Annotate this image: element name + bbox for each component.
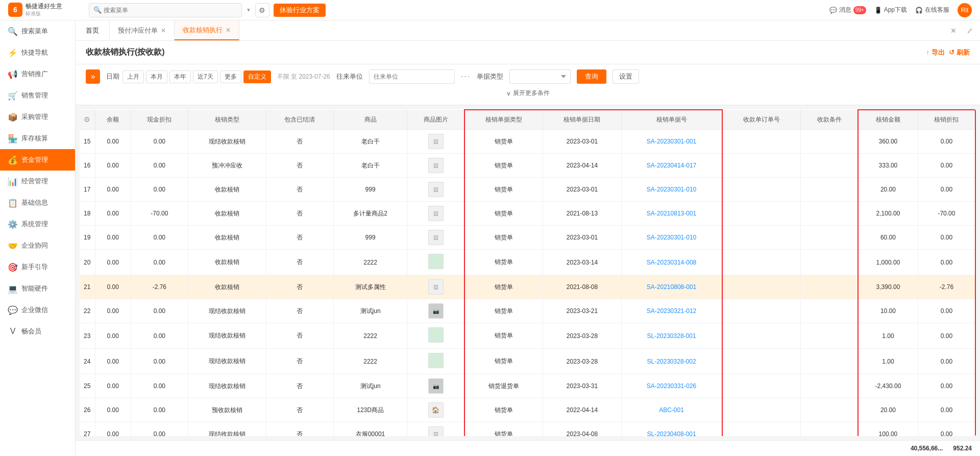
cell-receipt-order-no [722, 323, 801, 349]
online-service-button[interactable]: 🎧 在线客服 [915, 6, 949, 14]
cell-balance: 0.00 [95, 226, 131, 250]
cell-verify-doc-no: SA-20230321-012 [621, 299, 722, 323]
cell-no: 26 [80, 398, 95, 422]
expand-more-label: 展开更多条件 [513, 89, 550, 98]
cell-receipt-condition [800, 398, 858, 422]
cell-product-img: 🖼 [407, 178, 465, 202]
filter-expand-button[interactable]: » [86, 69, 100, 84]
date-btn-custom[interactable]: 自定义 [243, 70, 271, 83]
sidebar-item-system[interactable]: ⚙️ 系统管理 [0, 213, 75, 235]
sidebar-item-label: 快捷导航 [21, 48, 48, 57]
sidebar-item-guide[interactable]: 🎯 新手引导 [0, 256, 75, 278]
app-download-button[interactable]: 📱 App下载 [874, 6, 907, 14]
tab-prepay-close[interactable]: ✕ [161, 27, 166, 34]
tab-bar: 首页 预付冲应付单 ✕ 收款核销执行 ✕ ✕ ⤢ [76, 20, 980, 41]
inventory-icon: 🏪 [8, 134, 17, 143]
doc-type-select[interactable] [509, 69, 571, 84]
th-include-settled: 包含已结清 [266, 110, 333, 130]
cell-product: 2222 [334, 349, 407, 374]
dropdown-arrow-icon[interactable]: ▼ [246, 7, 251, 13]
cell-product-img: 🖼 [407, 422, 465, 437]
cell-verify-doc-no: SA-20230301-001 [621, 130, 722, 154]
cell-balance: 0.00 [95, 374, 131, 398]
cell-verify-type: 预收款核销 [188, 398, 266, 422]
date-buttons: 上月 本月 本年 近7天 更多 自定义 [122, 70, 271, 83]
notice-button[interactable]: 💬 消息 99+ [829, 6, 866, 14]
sidebar-item-vip[interactable]: V 畅会员 [0, 321, 75, 342]
cell-receipt-condition [800, 374, 858, 398]
cell-verify-doc-no: SA-20230301-010 [621, 226, 722, 250]
cell-verify-doc-date: 2023-03-21 [543, 299, 621, 323]
gear-col-icon[interactable]: ⚙ [84, 115, 90, 124]
chevron-down-icon: ∨ [506, 90, 511, 97]
date-btn-more[interactable]: 更多 [220, 70, 241, 83]
cell-product: 多计量商品2 [334, 202, 407, 226]
cell-verify-type: 现结收款核销 [188, 349, 266, 374]
tab-maximize-button[interactable]: ⤢ [964, 25, 976, 37]
cell-verify-doc-type: 销货单 [464, 398, 543, 422]
cell-product-img: 🖼 [407, 275, 465, 299]
tab-prepay[interactable]: 预付冲应付单 ✕ [110, 20, 175, 40]
date-btn-last-7days[interactable]: 近7天 [193, 70, 218, 83]
user-avatar[interactable]: Rit [958, 3, 972, 17]
doc-type-group: 单据类型 [477, 72, 503, 81]
tab-close-all-button[interactable]: ✕ [947, 25, 960, 37]
sidebar-item-finance[interactable]: 💰 资金管理 [0, 149, 75, 171]
sidebar-item-hardware[interactable]: 💻 智能硬件 [0, 278, 75, 299]
cell-verify-doc-type: 销货单 [464, 226, 543, 250]
sidebar-item-operations[interactable]: 📊 经营管理 [0, 171, 75, 192]
cell-receipt-condition [800, 226, 858, 250]
tab-collect[interactable]: 收款核销执行 ✕ [175, 20, 239, 40]
search-bar[interactable]: 🔍 [89, 3, 242, 17]
date-btn-this-month[interactable]: 本月 [146, 70, 167, 83]
sidebar-item-search[interactable]: 🔍 搜索菜单 [0, 20, 75, 42]
sidebar-item-quicknav[interactable]: ⚡ 快捷导航 [0, 42, 75, 63]
cell-include-settled: 否 [266, 154, 333, 178]
basic-icon: 📋 [8, 198, 17, 207]
cell-verify-type: 现结收款核销 [188, 299, 266, 323]
sidebar-item-sales[interactable]: 🛒 销售管理 [0, 85, 75, 106]
sidebar-item-purchase[interactable]: 📦 采购管理 [0, 106, 75, 128]
settings-icon[interactable]: ⚙ [255, 3, 270, 17]
sidebar-item-enterprise[interactable]: 🤝 企业协同 [0, 235, 75, 256]
logo: 6 畅捷通好生意 标准版 [8, 3, 84, 17]
query-button[interactable]: 查询 [577, 69, 606, 84]
from-unit-input[interactable] [369, 69, 455, 84]
cell-include-settled: 否 [266, 250, 333, 275]
date-btn-this-year[interactable]: 本年 [169, 70, 191, 83]
cell-verify-doc-no: SA-20230331-026 [621, 374, 722, 398]
quicknav-icon: ⚡ [8, 48, 17, 57]
th-verify-type: 核销类型 [188, 110, 266, 130]
export-button[interactable]: ↑ 导出 [926, 48, 945, 57]
th-cash-discount: 现金折扣 [131, 110, 188, 130]
cell-verify-amount: 10.00 [858, 299, 918, 323]
sidebar-item-marketing[interactable]: 📢 营销推广 [0, 63, 75, 85]
cell-cash-discount: 0.00 [131, 178, 188, 202]
cell-verify-doc-no: SA-20210813-001 [621, 202, 722, 226]
cell-verify-doc-no: SL-20230328-001 [621, 323, 722, 349]
tab-home[interactable]: 首页 [76, 20, 110, 40]
sidebar-item-inventory[interactable]: 🏪 库存核算 [0, 128, 75, 149]
date-btn-last-month[interactable]: 上月 [122, 70, 144, 83]
filter-settings-button[interactable]: 设置 [612, 69, 639, 84]
cell-verify-discount: 0.00 [918, 374, 975, 398]
search-input[interactable] [104, 7, 237, 14]
tab-collect-close[interactable]: ✕ [226, 27, 231, 34]
cell-balance: 0.00 [95, 299, 131, 323]
cell-verify-doc-date: 2023-03-14 [543, 250, 621, 275]
cell-verify-doc-type: 销货单 [464, 422, 543, 437]
cell-balance: 0.00 [95, 154, 131, 178]
cell-product-img: 🖼 [407, 154, 465, 178]
table-row: 25 0.00 0.00 现结收款核销 否 测试jun 📷 销货退货单 2023… [80, 374, 975, 398]
industry-button[interactable]: 休验行业方案 [274, 4, 326, 17]
cell-verify-doc-type: 销货单 [464, 299, 543, 323]
cell-product: 测试jun [334, 299, 407, 323]
table-row: 16 0.00 0.00 预冲冲应收 否 老白干 🖼 销货单 2023-04-1… [80, 154, 975, 178]
cell-cash-discount: 0.00 [131, 323, 188, 349]
filter-bar: » 日期 上月 本月 本年 近7天 更多 自定义 不限 至 202 [76, 64, 980, 105]
sidebar-item-wechat[interactable]: 💬 企业微信 [0, 299, 75, 321]
refresh-button[interactable]: ↺ 刷新 [949, 48, 970, 57]
sidebar-item-basic[interactable]: 📋 基础信息 [0, 192, 75, 213]
expand-more-button[interactable]: ∨ 展开更多条件 [501, 87, 555, 100]
cell-verify-discount: 0.00 [918, 422, 975, 437]
